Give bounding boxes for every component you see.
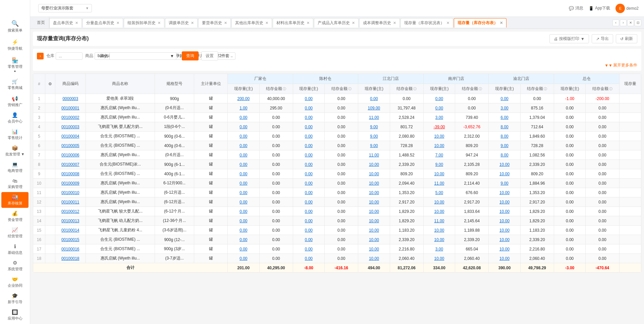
- tab-close-3[interactable]: ✕: [191, 21, 194, 25]
- code-link[interactable]: 00100016: [61, 247, 79, 251]
- cell-w1-qty[interactable]: 0.00: [228, 188, 259, 197]
- w1-qty-link[interactable]: 0.00: [239, 181, 247, 186]
- info-icon-2[interactable]: ⓘ: [348, 87, 352, 91]
- sidebar-item-search[interactable]: 🔍 搜索英单: [1, 17, 29, 36]
- cell-w4-qty[interactable]: -39.00: [423, 122, 455, 132]
- info-icon-3[interactable]: ⓘ: [413, 87, 417, 91]
- w4-qty-link[interactable]: 0.00: [435, 96, 443, 101]
- query-btn[interactable]: 查询: [182, 51, 199, 60]
- w5-qty-link[interactable]: 0.00: [500, 96, 508, 101]
- col-header-gear[interactable]: ⚙: [45, 74, 55, 94]
- cell-w4-qty[interactable]: 11.00: [423, 216, 455, 226]
- w3-qty-link[interactable]: 9.00: [370, 143, 378, 148]
- code-link[interactable]: 00100009: [61, 181, 79, 186]
- cell-w5-qty[interactable]: 10.00: [489, 169, 520, 179]
- w1-qty-link[interactable]: 0.00: [239, 134, 247, 139]
- cell-w3-qty[interactable]: 10.00: [358, 179, 390, 188]
- cell-w4-qty[interactable]: 5.00: [423, 188, 455, 197]
- cell-w3-qty[interactable]: 109.00: [358, 103, 390, 113]
- code-link[interactable]: 00100005: [61, 143, 79, 148]
- cell-code[interactable]: 00100011: [55, 197, 86, 207]
- cell-code[interactable]: 00100013: [55, 216, 86, 226]
- w1-qty-link[interactable]: 0.00: [239, 143, 247, 148]
- cell-w4-qty[interactable]: 7.00: [423, 150, 455, 160]
- cell-w2-qty[interactable]: 0.00: [293, 197, 324, 207]
- w1-qty-link[interactable]: 0.00: [239, 125, 247, 129]
- w3-qty-link[interactable]: 10.00: [369, 228, 379, 233]
- w5-qty-link[interactable]: 10.00: [499, 219, 509, 223]
- w4-qty-link[interactable]: 3.00: [435, 247, 443, 251]
- w3-qty-link[interactable]: 0.00: [370, 96, 378, 101]
- w3-qty-link[interactable]: 10.00: [369, 209, 379, 214]
- code-link[interactable]: 00100018: [61, 256, 79, 261]
- cell-w2-qty[interactable]: 0.00: [293, 94, 324, 103]
- tab-2[interactable]: 组装拆卸单历史✕: [124, 18, 164, 28]
- w2-qty-link[interactable]: 0.00: [305, 181, 313, 186]
- w2-qty-link[interactable]: 0.00: [305, 200, 313, 204]
- cell-w3-qty[interactable]: 11.00: [358, 113, 390, 122]
- cell-code[interactable]: 00100015: [55, 235, 86, 244]
- cell-w5-qty[interactable]: 8.00: [489, 150, 520, 160]
- cell-w3-qty[interactable]: 10.00: [358, 169, 390, 179]
- w1-qty-link[interactable]: 0.00: [239, 209, 247, 214]
- cell-w5-qty[interactable]: 10.00: [489, 226, 520, 235]
- w4-qty-link[interactable]: 3.00: [435, 115, 443, 120]
- w2-qty-link[interactable]: 0.00: [305, 256, 313, 261]
- cell-w5-qty[interactable]: 10.00: [489, 216, 520, 226]
- sidebar-item-collab[interactable]: 🤝 企业协同: [1, 274, 29, 290]
- w4-qty-link[interactable]: 10.00: [434, 209, 444, 214]
- cell-w3-qty[interactable]: 10.00: [358, 244, 390, 254]
- tab-expand[interactable]: ⊡: [635, 19, 641, 26]
- cell-w5-qty[interactable]: 8.00: [489, 122, 520, 132]
- cell-w3-qty[interactable]: 10.00: [358, 235, 390, 244]
- cell-code[interactable]: 00100004: [55, 132, 86, 141]
- w2-qty-link[interactable]: 0.00: [305, 153, 313, 157]
- sidebar-item-system[interactable]: ⚙ 系统管理: [1, 258, 29, 274]
- sidebar-item-wholesale[interactable]: 📦 批发管理 ▼: [1, 143, 29, 159]
- cell-w3-qty[interactable]: 10.00: [358, 207, 390, 216]
- cell-w5-qty[interactable]: 10.00: [489, 188, 520, 197]
- tab-close-2[interactable]: ✕: [158, 21, 161, 25]
- w4-qty-link[interactable]: 11.00: [434, 181, 444, 186]
- w5-qty-link[interactable]: 10.00: [499, 190, 509, 195]
- w1-qty-link[interactable]: 0.00: [239, 219, 247, 223]
- tab-scroll-left[interactable]: ‹: [612, 19, 619, 26]
- tab-close-7[interactable]: ✕: [352, 21, 355, 25]
- cell-w1-qty[interactable]: 200.00: [228, 94, 259, 103]
- cell-w1-qty[interactable]: 0.00: [228, 132, 259, 141]
- cell-w3-qty[interactable]: 9.00: [358, 122, 390, 132]
- code-link[interactable]: 00100011: [61, 200, 79, 204]
- w1-qty-link[interactable]: 200.00: [237, 96, 250, 101]
- w2-qty-link[interactable]: 0.00: [305, 247, 313, 251]
- cell-w4-qty[interactable]: 3.00: [423, 113, 455, 122]
- tab-7[interactable]: 产成品入库单历史✕: [314, 18, 359, 28]
- cell-w5-qty[interactable]: 10.00: [489, 207, 520, 216]
- w5-qty-link[interactable]: 10.00: [499, 256, 509, 261]
- w5-qty-link[interactable]: 8.00: [500, 153, 508, 157]
- warehouse-input[interactable]: [56, 52, 83, 60]
- cell-w5-qty[interactable]: 9.00: [489, 141, 520, 150]
- sidebar-item-mall[interactable]: 🛒 零售商城: [1, 76, 29, 93]
- cell-code[interactable]: 0000003: [55, 94, 86, 103]
- cell-w3-qty[interactable]: 9.00: [358, 141, 390, 150]
- code-link[interactable]: 00100004: [61, 134, 79, 139]
- cell-w2-qty[interactable]: 0.00: [293, 207, 324, 216]
- w1-qty-link[interactable]: 0.00: [239, 228, 247, 233]
- code-link[interactable]: 00100001: [61, 106, 79, 110]
- w2-qty-link[interactable]: 0.00: [305, 209, 313, 214]
- code-link[interactable]: 0000003: [62, 96, 78, 101]
- cell-w2-qty[interactable]: 0.00: [293, 179, 324, 188]
- nav-home[interactable]: 首页: [33, 17, 49, 29]
- cell-w1-qty[interactable]: 0.00: [228, 254, 259, 263]
- tab-9[interactable]: 现存量（库存状况表）✕: [400, 18, 453, 28]
- cell-w4-qty[interactable]: 10.00: [423, 197, 455, 207]
- cell-w5-qty[interactable]: 0.00: [489, 94, 520, 103]
- cell-w2-qty[interactable]: 0.00: [293, 150, 324, 160]
- cell-w1-qty[interactable]: 0.00: [228, 197, 259, 207]
- sidebar-item-retail[interactable]: 🏪 零售管理 ▲: [1, 54, 29, 75]
- info-icon-6[interactable]: ⓘ: [609, 87, 612, 91]
- sidebar-item-apps[interactable]: 🔲 应用中心: [1, 307, 29, 323]
- w5-qty-link[interactable]: 10.00: [499, 209, 509, 214]
- w1-qty-link[interactable]: 0.00: [239, 237, 247, 242]
- cell-code[interactable]: 00100007: [55, 160, 86, 169]
